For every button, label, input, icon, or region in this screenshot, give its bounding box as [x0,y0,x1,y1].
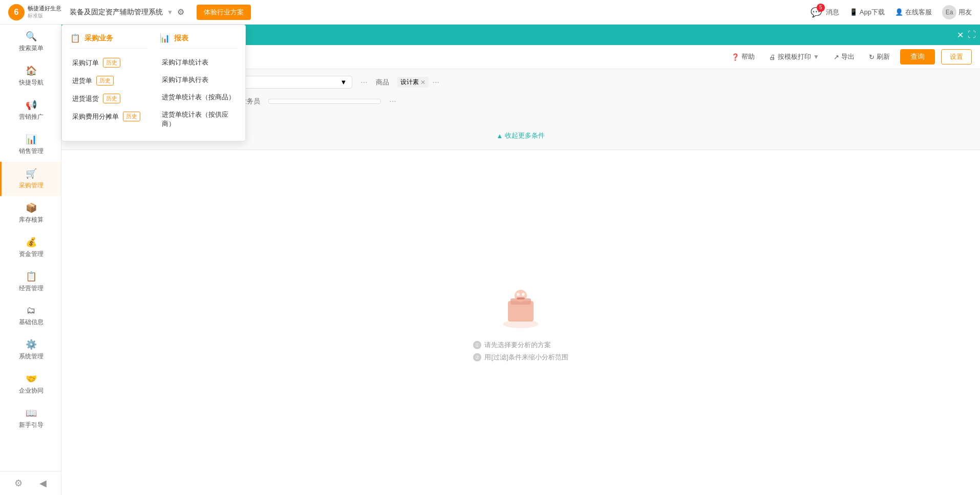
query-btn[interactable]: 查询 [900,49,935,64]
system-title: 装备及固定资产辅助管理系统 [70,8,163,17]
sidebar-label-operations: 经营管理 [19,284,44,293]
dropdown-item-report-3[interactable]: 进货单统计表（按商品） [160,89,237,106]
megaphone-icon: 📢 [26,99,37,111]
sidebar-item-operations[interactable]: 📋 经营管理 [0,265,61,299]
notification-icon-wrapper: 💬 5 [811,7,822,18]
tab-bar-right: ✕ ⛶ [957,30,976,40]
status-select[interactable]: ▼ [240,76,352,89]
svg-point-3 [515,290,527,302]
empty-step2-text: 用[过滤]条件来缩小分析范围 [484,353,568,362]
logo-text: 畅捷通好生意 [28,5,61,12]
sidebar-item-search[interactable]: 🔍 搜索菜单 [0,25,61,59]
purchase-order-badge: 历史 [103,58,120,68]
cart-icon: 🛒 [26,168,37,179]
dropdown-purchase-header: 📋 采购业务 [70,33,147,49]
sidebar-item-quick-nav[interactable]: 🏠 快捷导航 [0,59,61,93]
sidebar-bottom: ⚙ ◀ [0,471,61,495]
sidebar-item-finance[interactable]: 💰 资金管理 [0,230,61,265]
empty-text: ① 请先选择要分析的方案 ② 用[过滤]条件来缩小分析范围 [473,340,568,362]
print-label: 按模板打印 [778,52,811,61]
dropdown-item-purchase-return[interactable]: 进货退货 历史 [70,90,147,107]
header-system: 装备及固定资产辅助管理系统 ▼ ⚙ 体验行业方案 [70,5,811,20]
logo-icon: 6 [8,4,25,20]
salesman-dots[interactable]: ··· [389,97,396,106]
username-label: 用友 [958,8,972,17]
sidebar-item-basic-info[interactable]: 🗂 基础信息 [0,299,61,333]
dropdown-item-report-1[interactable]: 采购订单统计表 [160,54,237,71]
clipboard-icon: 📋 [26,271,37,282]
goods-filter-label: 商品 [376,78,389,87]
dropdown-item-purchase-order[interactable]: 采购订单 历史 [70,54,147,72]
settings-btn[interactable]: 设置 [941,49,972,64]
sidebar-collapse-icon[interactable]: ◀ [39,478,47,489]
app-download-btn[interactable]: 📱 App下载 [849,8,885,17]
print-icon: 🖨 [769,53,776,61]
sidebar-item-enterprise[interactable]: 🤝 企业协同 [0,367,61,401]
sidebar-item-sales[interactable]: 📊 销售管理 [0,127,61,162]
help-btn[interactable]: ❓ 帮助 [727,50,759,63]
user-area[interactable]: Ea 用友 [942,5,972,19]
goods-filter-container: 设计素 ✕ ··· [397,77,439,88]
print-chevron-icon[interactable]: ▼ [813,53,819,60]
purchase-order-label: 采购订单 [72,58,99,68]
header: 6 畅捷通好生意 标准版 装备及固定资产辅助管理系统 ▼ ⚙ 体验行业方案 💬 … [0,0,980,25]
money-icon: 💰 [26,236,37,248]
sidebar-item-system[interactable]: ⚙️ 系统管理 [0,333,61,367]
dropdown-item-purchase-expense[interactable]: 采购费用分摊单 历史 [70,107,147,125]
sidebar: 🔍 搜索菜单 🏠 快捷导航 📢 营销推广 📊 销售管理 🛒 采购管理 📦 库存核… [0,25,61,495]
goods-filter-dots[interactable]: ··· [433,78,439,87]
export-label: 导出 [841,52,855,61]
app-download-label: App下载 [860,8,885,17]
sidebar-label-basic-info: 基础信息 [19,318,44,327]
svg-point-5 [522,293,525,296]
dropdown-menu: 📋 采购业务 采购订单 历史 进货单 历史 进货退货 历史 采购费用分摊单 历史 [61,25,246,141]
msg-label: 消息 [826,8,839,17]
sidebar-item-inventory[interactable]: 📦 库存核算 [0,196,61,230]
salesman-select[interactable] [268,99,381,104]
sidebar-label-system: 系统管理 [19,352,44,361]
empty-illustration [495,283,546,334]
collapse-arrow-icon: ▲ [497,132,503,140]
industry-btn[interactable]: 体验行业方案 [197,5,251,20]
dropdown-item-purchase-receipt[interactable]: 进货单 历史 [70,72,147,90]
online-service-label: 在线客服 [905,8,932,17]
dropdown-col-purchase: 📋 采购业务 采购订单 历史 进货单 历史 进货退货 历史 采购费用分摊单 历史 [70,33,147,133]
status-filter-dots[interactable]: ··· [360,78,367,87]
sidebar-item-purchase[interactable]: 🛒 采购管理 [0,162,61,196]
dropdown-report-header: 📊 报表 [160,33,237,49]
dropdown-cols: 📋 采购业务 采购订单 历史 进货单 历史 进货退货 历史 采购费用分摊单 历史 [70,33,237,133]
empty-step-2: ② 用[过滤]条件来缩小分析范围 [473,353,568,362]
box-icon: 📦 [26,202,37,213]
sidebar-settings-icon[interactable]: ⚙ [14,478,23,489]
sidebar-label-marketing: 营销推广 [19,113,44,121]
step-1-num: ① [473,341,481,349]
goods-tag: 设计素 ✕ [397,77,429,88]
export-icon: ↗ [834,53,839,61]
sidebar-label-finance: 资金管理 [19,250,44,259]
print-btn[interactable]: 🖨 按模板打印 ▼ [765,50,823,63]
export-btn[interactable]: ↗ 导出 [829,50,859,63]
tab-maximize-icon[interactable]: ⛶ [968,30,976,40]
service-icon: 👤 [895,8,903,16]
refresh-btn[interactable]: ↻ 刷新 [865,50,894,63]
phone-icon: 📱 [849,8,858,16]
tab-close-all-icon[interactable]: ✕ [957,30,964,40]
gear-icon: ⚙️ [26,339,37,350]
purchase-receipt-label: 进货单 [72,76,92,85]
report-4-label: 进货单统计表（按供应商） [162,110,235,128]
help-icon: ❓ [731,53,739,61]
report-col-icon: 📊 [160,33,170,43]
goods-tag-close[interactable]: ✕ [420,79,425,86]
notification-btn[interactable]: 💬 5 消息 [811,7,839,18]
sidebar-item-beginner[interactable]: 📖 新手引导 [0,401,61,436]
report-3-label: 进货单统计表（按商品） [162,93,235,102]
sidebar-item-marketing[interactable]: 📢 营销推广 [0,93,61,127]
main-content: ① 请先选择要分析的方案 ② 用[过滤]条件来缩小分析范围 [61,150,980,495]
online-service-btn[interactable]: 👤 在线客服 [895,8,932,17]
dropdown-item-report-2[interactable]: 采购订单执行表 [160,71,237,89]
settings-icon[interactable]: ⚙ [177,7,184,17]
system-chevron-icon[interactable]: ▼ [167,9,173,16]
home-icon: 🏠 [26,65,37,76]
dropdown-item-report-4[interactable]: 进货单统计表（按供应商） [160,106,237,133]
refresh-label: 刷新 [877,52,890,61]
